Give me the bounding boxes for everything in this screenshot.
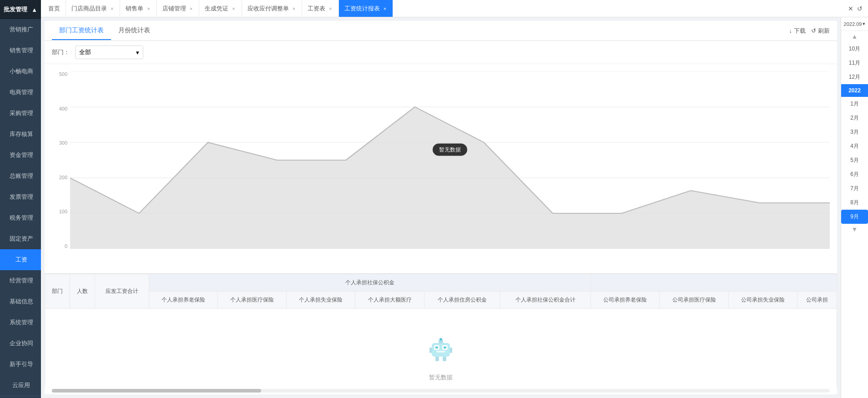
tab-homepage[interactable]: 首页 (43, 0, 66, 17)
tab-close-gen-voucher[interactable]: × (231, 6, 236, 11)
th-personal-serious-medical: 个人承担大额医疗 (355, 292, 424, 309)
sidebar-item-swgl[interactable]: 税务管理 (0, 207, 41, 228)
cal-nav-down[interactable]: ▼ (841, 224, 868, 235)
cal-nav-up[interactable]: ▲ (841, 31, 868, 42)
empty-state: 暂无数据 (49, 313, 833, 387)
tab-store-manage[interactable]: 店铺管理 × (157, 0, 199, 17)
cal-month-apr[interactable]: 4月 (841, 139, 868, 153)
tab-gen-voucher[interactable]: 生成凭证 × (199, 0, 242, 17)
cal-month-jun[interactable]: 6月 (841, 167, 868, 181)
chart-svg-area: 暂无数据 (70, 71, 830, 249)
tab-payroll-report[interactable]: 工资统计报表 × (339, 0, 393, 17)
cal-month-jul[interactable]: 7月 (841, 181, 868, 196)
cal-month-jan[interactable]: 1月 (841, 97, 868, 111)
sidebar-item-gdzcl[interactable]: 固定资产 (0, 228, 41, 249)
dept-filter-select[interactable]: 全部 ▾ (75, 45, 143, 59)
empty-text: 暂无数据 (429, 373, 453, 382)
main-area: 首页 门店商品目录 × 销售单 × 店铺管理 × 生成凭证 × 应收应付调整单 … (41, 0, 868, 398)
cal-year-2022-marker[interactable]: 2022 (841, 84, 868, 97)
sidebar-item-dscgl[interactable]: 电商管理 (0, 82, 41, 103)
cal-month-dec[interactable]: 12月 (841, 70, 868, 84)
sidebar-header[interactable]: 批发管理 ▲ (0, 0, 41, 19)
tab-dept-payroll[interactable]: 部门工资统计表 (52, 22, 111, 40)
sidebar-item-xsyd[interactable]: 新手引导 (0, 354, 41, 375)
svg-rect-15 (435, 357, 439, 361)
y-label-500: 500 (52, 71, 70, 77)
sidebar-item-qyxtg[interactable]: 企业协同 (0, 333, 41, 354)
tab-store-catalog[interactable]: 门店商品目录 × (66, 0, 120, 17)
download-button[interactable]: ↓ 下载 (789, 27, 806, 35)
table-scrollbar-thumb[interactable] (52, 389, 261, 393)
calendar-panel: 2022.09 ▾ ▲ 10月 11月 12月 2022 1月 2月 (841, 17, 868, 398)
tab-sales-order[interactable]: 销售单 × (120, 0, 156, 17)
table-scrollbar[interactable] (52, 389, 830, 393)
close-all-icon[interactable]: ✕ (848, 5, 853, 12)
svg-rect-7 (432, 343, 450, 357)
y-label-100: 100 (52, 209, 70, 214)
svg-rect-12 (436, 351, 445, 353)
sidebar-item-fpgl[interactable]: 发票管理 (0, 186, 41, 207)
sidebar-item-jygl[interactable]: 经营管理 (0, 270, 41, 291)
tab-close-sales-order[interactable]: × (146, 6, 151, 11)
cal-month-feb[interactable]: 2月 (841, 111, 868, 125)
th-dept: 部门 (45, 274, 70, 309)
tab-close-store-catalog[interactable]: × (110, 6, 114, 11)
tab-payroll[interactable]: 工资表 × (302, 0, 338, 17)
refresh-tabs-icon[interactable]: ↺ (857, 5, 863, 12)
tab-close-store-manage[interactable]: × (189, 6, 193, 11)
tab-close-payroll[interactable]: × (328, 6, 333, 11)
settings-icon[interactable]: ⚙ (0, 396, 41, 398)
sub-tab-bar: 部门工资统计表 月份统计表 ↓ 下载 ↺ 刷新 (45, 21, 837, 41)
content-area: 部门工资统计表 月份统计表 ↓ 下载 ↺ 刷新 (41, 17, 868, 398)
th-personal-medical: 个人承担医疗保险 (218, 292, 287, 309)
y-label-300: 300 (52, 140, 70, 146)
payroll-table: 部门 人数 应发工资合计 个人承担社保公积金 个人承担养老保险 个人承担医疗保险… (45, 274, 837, 387)
cal-month-nov[interactable]: 11月 (841, 56, 868, 70)
th-company-medical: 公司承担医疗保险 (660, 292, 728, 309)
sidebar-item-zzgl[interactable]: 总账管理 (0, 166, 41, 186)
svg-rect-16 (443, 357, 446, 361)
sidebar-item-zjgl[interactable]: 资金管理 (0, 145, 41, 166)
cal-month-mar[interactable]: 3月 (841, 125, 868, 139)
tab-ar-ap-adjust[interactable]: 应收应付调整单 × (242, 0, 302, 17)
filter-bar: 部门： 全部 ▾ (45, 41, 837, 64)
th-personal-insurance: 个人承担社保公积金 (149, 274, 590, 292)
cal-down-arrow-icon: ▼ (852, 226, 858, 233)
tab-bar-close-actions: ✕ ↺ (844, 5, 866, 12)
sidebar-title: 批发管理 (4, 5, 27, 14)
svg-point-18 (439, 338, 442, 341)
sidebar-item-yxttg[interactable]: 营销推广 (0, 19, 41, 40)
sidebar-item-xsgl[interactable]: 销售管理 (0, 40, 41, 61)
sidebar-item-cggl[interactable]: 采购管理 (0, 103, 41, 124)
y-label-200: 200 (52, 175, 70, 180)
tab-month-stats[interactable]: 月份统计表 (111, 22, 157, 40)
dept-filter-label: 部门： (52, 48, 70, 56)
cal-month-may[interactable]: 5月 (841, 153, 868, 167)
refresh-button[interactable]: ↺ 刷新 (811, 27, 830, 35)
area-chart-svg (70, 71, 830, 249)
th-personal-unemployment: 个人承担失业保险 (287, 292, 355, 309)
sub-tab-actions: ↓ 下载 ↺ 刷新 (789, 27, 830, 35)
cal-year-header[interactable]: 2022.09 ▾ (841, 17, 868, 31)
sidebar-item-xtgl[interactable]: 系统管理 (0, 312, 41, 333)
th-personal-total: 个人承担社保公积金合计 (500, 292, 590, 309)
cal-month-oct[interactable]: 10月 (841, 42, 868, 56)
cal-dropdown-icon: ▾ (863, 21, 865, 27)
tab-close-ar-ap-adjust[interactable]: × (292, 6, 296, 11)
th-personal-housing-fund: 个人承担住房公积金 (424, 292, 500, 309)
sidebar-item-gz[interactable]: 工资 (0, 249, 41, 270)
sidebar-item-yyy[interactable]: 云应用 (0, 375, 41, 396)
th-company-unemployment: 公司承担失业保险 (728, 292, 797, 309)
cal-month-sep[interactable]: 9月 (841, 210, 868, 224)
sidebar-item-kchsfz[interactable]: 库存核算 (0, 124, 41, 145)
tab-close-payroll-report[interactable]: × (383, 6, 387, 11)
tab-bar: 首页 门店商品目录 × 销售单 × 店铺管理 × 生成凭证 × 应收应付调整单 … (41, 0, 868, 17)
table-area[interactable]: 部门 人数 应发工资合计 个人承担社保公积金 个人承担养老保险 个人承担医疗保险… (45, 273, 837, 387)
chart-area: 0 100 200 300 400 500 (45, 64, 837, 273)
svg-rect-14 (450, 348, 452, 353)
cal-month-aug[interactable]: 8月 (841, 196, 868, 210)
sidebar-item-jcxx[interactable]: 基础信息 (0, 291, 41, 312)
th-total-wage: 应发工资合计 (95, 274, 149, 309)
sidebar-item-xcdsc[interactable]: 小畅电商 (0, 61, 41, 82)
svg-rect-13 (429, 348, 432, 353)
